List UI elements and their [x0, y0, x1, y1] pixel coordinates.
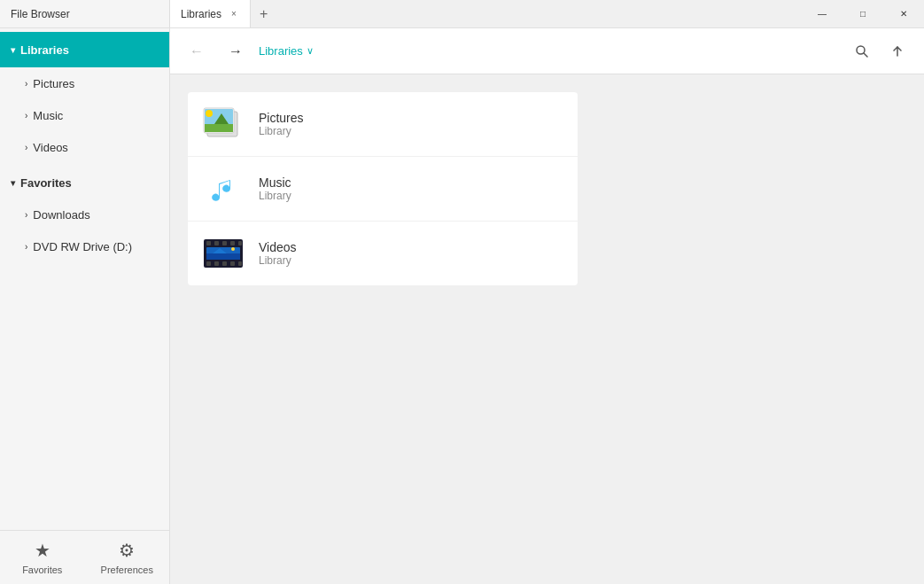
sidebar-dvd-label: DVD RW Drive (D:) [33, 240, 132, 253]
breadcrumb-dropdown-icon[interactable]: ∨ [307, 45, 314, 57]
tab-close-button[interactable]: × [229, 7, 239, 20]
sidebar-libraries-label: Libraries [20, 43, 69, 57]
sidebar-downloads-label: Downloads [33, 208, 89, 222]
music-lib-info: Music Library [259, 175, 291, 202]
pictures-lib-info: Pictures Library [259, 111, 304, 137]
library-item-music[interactable]: Music Library [188, 157, 578, 222]
library-list: Pictures Library Music Library [188, 92, 578, 285]
sidebar-item-favorites[interactable]: ▾ Favorites [0, 167, 169, 199]
search-icon [855, 44, 869, 58]
videos-icon [202, 232, 245, 275]
sidebar-item-dvd[interactable]: › DVD RW Drive (D:) [0, 230, 169, 262]
forward-button[interactable]: → [220, 35, 252, 67]
svg-rect-15 [206, 261, 211, 266]
music-lib-type: Library [259, 190, 291, 202]
library-grid: Pictures Library Music Library [170, 74, 924, 584]
favorites-bottom-button[interactable]: ★ Favorites [0, 531, 85, 584]
title-bar: File Browser Libraries × + — □ ✕ [0, 0, 924, 28]
svg-rect-14 [238, 241, 242, 245]
nav-bar: ← → Libraries ∨ [170, 28, 924, 74]
videos-lib-name: Videos [259, 240, 297, 254]
sidebar-item-videos[interactable]: › Videos [0, 131, 169, 163]
music-icon [202, 167, 245, 210]
videos-lib-type: Library [259, 254, 297, 267]
svg-rect-21 [206, 253, 240, 260]
preferences-bottom-label: Preferences [101, 565, 153, 575]
nav-actions [846, 35, 913, 67]
new-tab-button[interactable]: + [251, 0, 276, 27]
svg-rect-18 [230, 261, 235, 266]
videos-icon-svg [202, 236, 245, 271]
svg-point-23 [231, 247, 235, 251]
svg-rect-13 [230, 241, 235, 245]
sidebar-videos-label: Videos [33, 141, 68, 154]
sidebar-item-pictures[interactable]: › Pictures [0, 67, 169, 99]
close-button[interactable]: ✕ [883, 0, 924, 28]
sidebar-spacer [0, 262, 169, 530]
videos-lib-info: Videos Library [259, 240, 297, 267]
sidebar-item-music[interactable]: › Music [0, 99, 169, 131]
sidebar-libraries-section: ▾ Libraries › Pictures › Music › Videos [0, 28, 169, 163]
library-item-pictures[interactable]: Pictures Library [188, 92, 578, 157]
svg-rect-12 [222, 241, 227, 245]
maximize-button[interactable]: □ [842, 0, 883, 28]
sidebar: ▾ Libraries › Pictures › Music › Videos … [0, 28, 170, 584]
chevron-right-icon: › [25, 111, 27, 121]
sidebar-item-downloads[interactable]: › Downloads [0, 199, 169, 230]
chevron-down-icon: ▾ [11, 45, 15, 55]
chevron-right-icon: › [25, 242, 27, 252]
svg-rect-17 [222, 261, 227, 266]
sidebar-music-label: Music [33, 109, 63, 122]
chevron-right-icon: › [25, 79, 27, 89]
breadcrumb-text: Libraries [259, 44, 303, 58]
music-lib-name: Music [259, 175, 291, 190]
preferences-bottom-button[interactable]: ⚙ Preferences [85, 531, 170, 584]
svg-rect-11 [214, 241, 219, 245]
tab-label: Libraries [181, 8, 221, 20]
svg-rect-10 [206, 241, 211, 245]
svg-rect-16 [214, 261, 219, 266]
app-title-text: File Browser [11, 8, 70, 20]
sidebar-bottom: ★ Favorites ⚙ Preferences [0, 530, 169, 584]
library-item-videos[interactable]: Videos Library [188, 222, 578, 285]
favorites-bottom-label: Favorites [22, 565, 62, 575]
up-arrow-icon [890, 44, 905, 58]
app-title: File Browser [0, 0, 170, 27]
svg-point-8 [206, 110, 213, 117]
tab-bar: Libraries × + — □ ✕ [170, 0, 924, 27]
tab-libraries[interactable]: Libraries × [170, 0, 251, 27]
pictures-icon-svg [202, 106, 245, 142]
chevron-right-icon: › [25, 143, 27, 152]
gear-icon: ⚙ [119, 540, 135, 561]
pictures-icon [202, 103, 245, 145]
music-icon-svg [204, 169, 243, 208]
sidebar-item-libraries[interactable]: ▾ Libraries [0, 32, 169, 67]
breadcrumb: Libraries ∨ [259, 44, 839, 58]
sidebar-pictures-label: Pictures [33, 77, 74, 90]
up-button[interactable] [881, 35, 913, 67]
chevron-right-icon: › [25, 210, 27, 220]
window-controls: — □ ✕ [802, 0, 924, 28]
sidebar-favorites-section: ▾ Favorites › Downloads › DVD RW Drive (… [0, 163, 169, 262]
star-icon: ★ [35, 540, 50, 561]
svg-line-1 [864, 53, 867, 57]
minimize-button[interactable]: — [802, 0, 842, 28]
sidebar-favorites-label: Favorites [20, 176, 72, 190]
content-area: ← → Libraries ∨ [170, 28, 924, 584]
svg-rect-6 [205, 124, 233, 132]
svg-rect-19 [238, 261, 242, 266]
pictures-lib-type: Library [259, 125, 304, 137]
chevron-down-icon: ▾ [11, 178, 15, 188]
search-button[interactable] [846, 35, 878, 67]
pictures-lib-name: Pictures [259, 111, 304, 125]
main-container: ▾ Libraries › Pictures › Music › Videos … [0, 28, 924, 584]
back-button[interactable]: ← [181, 35, 213, 67]
